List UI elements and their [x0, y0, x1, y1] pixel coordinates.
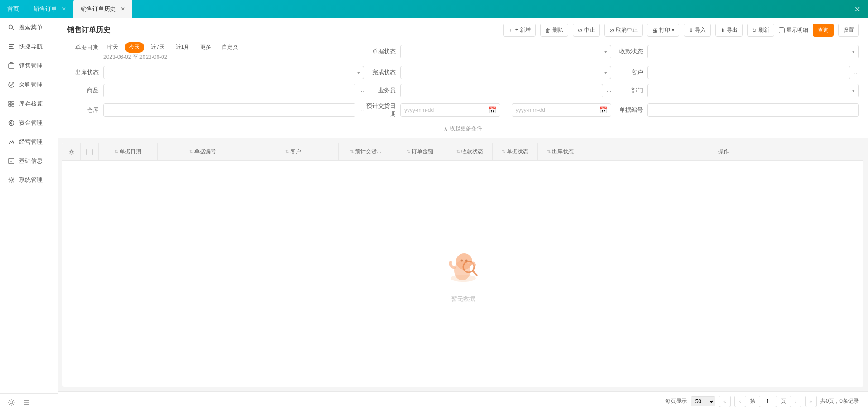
- th-settings[interactable]: [62, 143, 81, 160]
- warehouse-label: 仓库: [67, 106, 103, 114]
- stop-icon: ⊘: [578, 27, 582, 34]
- sidebar-item-system[interactable]: 系统管理: [0, 170, 58, 189]
- customer-input[interactable]: [647, 66, 850, 79]
- collapse-row[interactable]: ∧ 收起更多条件: [67, 123, 859, 132]
- select-all-checkbox[interactable]: [86, 149, 93, 155]
- export-button[interactable]: ⬆ 导出: [715, 24, 743, 37]
- th-checkbox[interactable]: [81, 143, 99, 160]
- svg-line-23: [473, 271, 477, 275]
- date-options: 昨天 今天 近7天 近1月 更多 自定义: [103, 42, 242, 53]
- import-icon: ⬇: [689, 27, 693, 34]
- display-toggle[interactable]: 显示明细: [779, 26, 808, 34]
- first-page-button[interactable]: «: [719, 396, 731, 407]
- last-page-button[interactable]: »: [805, 396, 817, 407]
- sidebar-collapse-icon[interactable]: [23, 398, 31, 406]
- svg-rect-7: [9, 101, 11, 103]
- sort-date-icon[interactable]: ⇅: [115, 149, 118, 154]
- sidebar-item-basic-info[interactable]: 基础信息: [0, 151, 58, 170]
- sort-stock-icon[interactable]: ⇅: [547, 149, 551, 154]
- out-stock-label: 出库状态: [67, 68, 103, 77]
- dept-select[interactable]: ▾: [647, 84, 859, 97]
- sidebar-item-operations[interactable]: 经营管理: [0, 132, 58, 151]
- delivery-date-from[interactable]: yyyy-mm-dd 📅: [400, 103, 500, 117]
- page-size-select[interactable]: 50 20 100: [691, 396, 715, 406]
- delivery-date-label: 预计交货日期: [364, 102, 400, 118]
- sidebar-item-purchase[interactable]: 采购管理: [0, 75, 58, 94]
- customer-more-icon[interactable]: ···: [854, 69, 859, 76]
- operations-icon: [7, 138, 15, 146]
- sort-receipt-icon[interactable]: ⇅: [456, 149, 460, 154]
- next-page-button[interactable]: ›: [790, 396, 801, 407]
- tab-home[interactable]: 首页: [0, 0, 26, 18]
- window-close-button[interactable]: ✕: [851, 3, 863, 15]
- tab-sales-order-history-close[interactable]: ✕: [120, 6, 125, 12]
- sidebar-item-sales[interactable]: 销售管理: [0, 56, 58, 75]
- import-button[interactable]: ⬇ 导入: [684, 24, 711, 37]
- dept-arrow-icon: ▾: [852, 88, 855, 94]
- date-btn-last1m[interactable]: 近1月: [172, 42, 194, 53]
- next-page-icon: ›: [795, 398, 796, 405]
- settings-button[interactable]: 设置: [838, 24, 859, 37]
- sort-no-icon[interactable]: ⇅: [189, 149, 193, 154]
- print-button[interactable]: 🖨 打印 ▾: [647, 24, 679, 37]
- refresh-button[interactable]: ↻ 刷新: [747, 24, 774, 37]
- sidebar-item-quick-nav[interactable]: 快捷导航: [0, 37, 58, 56]
- date-btn-last7[interactable]: 近7天: [147, 42, 169, 53]
- page-number-input[interactable]: [759, 396, 777, 407]
- sidebar-item-inventory[interactable]: 库存核算: [0, 94, 58, 113]
- sort-delivery-icon[interactable]: ⇅: [350, 149, 354, 154]
- refresh-icon: ↻: [752, 27, 757, 34]
- sidebar-item-quick-nav-label: 快捷导航: [19, 43, 43, 51]
- cancel-stop-button[interactable]: ⊘ 取消中止: [604, 24, 643, 37]
- add-button[interactable]: ＋ + 新增: [503, 24, 536, 37]
- sales-icon: [7, 62, 15, 70]
- salesman-more-icon[interactable]: ···: [607, 87, 612, 94]
- bill-no-input[interactable]: [647, 103, 859, 117]
- sidebar-item-search-menu[interactable]: 搜索菜单: [0, 18, 58, 37]
- date-btn-today[interactable]: 今天: [125, 42, 144, 53]
- th-date-label: 单据日期: [120, 148, 141, 155]
- tab-sales-order-history[interactable]: 销售订单历史 ✕: [73, 0, 132, 18]
- sidebar-settings-icon[interactable]: [7, 398, 15, 406]
- bill-status-select[interactable]: ▾: [400, 45, 612, 58]
- warehouse-input[interactable]: [103, 103, 355, 117]
- date-btn-custom[interactable]: 自定义: [218, 42, 242, 53]
- filter-dept-col: 部门 ▾: [611, 84, 859, 97]
- page-title-row: 销售订单历史 ＋ + 新增 🗑 删除 ⊘ 中止 ⊘: [67, 24, 859, 37]
- svg-rect-2: [9, 44, 14, 45]
- bill-status-arrow-icon: ▾: [604, 49, 607, 55]
- goods-input[interactable]: [103, 84, 355, 97]
- goods-more-icon[interactable]: ···: [359, 87, 364, 94]
- tab-sales-order[interactable]: 销售订单 ✕: [26, 0, 73, 18]
- query-button[interactable]: 查询: [813, 24, 834, 37]
- display-toggle-checkbox[interactable]: [779, 27, 785, 33]
- tab-sales-order-close[interactable]: ✕: [62, 6, 66, 12]
- date-btn-yesterday[interactable]: 昨天: [103, 42, 122, 53]
- delete-button[interactable]: 🗑 删除: [540, 24, 568, 37]
- prev-page-button[interactable]: ‹: [734, 396, 746, 407]
- query-label: 查询: [818, 26, 829, 34]
- sidebar-item-finance[interactable]: 资金管理: [0, 113, 58, 132]
- filter-section: 销售订单历史 ＋ + 新增 🗑 删除 ⊘ 中止 ⊘: [58, 18, 868, 138]
- date-range-text: 2023-06-02 至 2023-06-02: [103, 54, 167, 60]
- stop-button[interactable]: ⊘ 中止: [573, 24, 600, 37]
- date-btn-more[interactable]: 更多: [196, 42, 215, 53]
- out-stock-select[interactable]: ▾: [103, 66, 364, 79]
- svg-point-25: [465, 260, 467, 262]
- svg-rect-9: [9, 104, 11, 106]
- empty-state: 暂无数据: [62, 161, 863, 387]
- sort-amount-icon[interactable]: ⇅: [407, 149, 410, 154]
- salesman-input[interactable]: [400, 84, 603, 97]
- sort-bill-icon[interactable]: ⇅: [502, 149, 505, 154]
- receipt-status-select[interactable]: ▾: [647, 45, 859, 58]
- th-delivery-label: 预计交货...: [355, 148, 381, 155]
- delivery-date-to[interactable]: yyyy-mm-dd 📅: [512, 103, 612, 117]
- first-page-icon: «: [723, 398, 726, 405]
- sort-customer-icon[interactable]: ⇅: [285, 149, 289, 154]
- tab-sales-order-history-label: 销售订单历史: [81, 5, 116, 13]
- sidebar-item-operations-label: 经营管理: [19, 138, 43, 146]
- filter-row-2: 出库状态 ▾ 完成状态 ▾ 客户 ···: [67, 66, 859, 79]
- content-area: 销售订单历史 ＋ + 新增 🗑 删除 ⊘ 中止 ⊘: [58, 18, 868, 411]
- warehouse-more-icon[interactable]: ···: [359, 107, 364, 114]
- complete-status-select[interactable]: ▾: [400, 66, 612, 79]
